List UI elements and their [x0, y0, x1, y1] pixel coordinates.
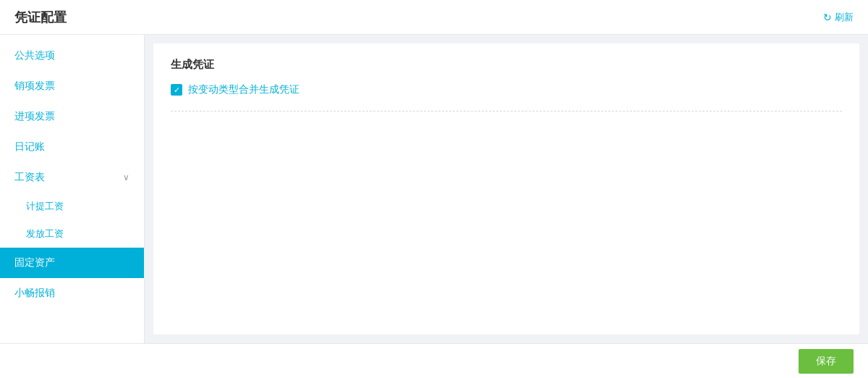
page-title: 凭证配置 [14, 9, 67, 26]
sidebar: 公共选项 销项发票 进项发票 日记账 工资表 ∨ 计提工资 发放工资 固定资 [0, 35, 145, 343]
sidebar-sub-item-label: 计提工资 [26, 201, 64, 211]
sidebar-item-label: 销项发票 [14, 80, 55, 93]
page-footer: 保存 [0, 343, 868, 378]
sidebar-item-label: 工资表 [14, 171, 45, 184]
save-button[interactable]: 保存 [799, 349, 854, 374]
sidebar-item-label: 日记账 [14, 140, 45, 154]
check-mark-icon: ✓ [174, 86, 180, 94]
page-wrapper: 凭证配置 ↻ 刷新 公共选项 销项发票 进项发票 日记账 工资表 ∨ [0, 0, 868, 378]
sidebar-sub-item-label: 发放工资 [26, 228, 64, 239]
merge-checkbox[interactable]: ✓ [171, 84, 182, 96]
section-title: 生成凭证 [171, 58, 842, 72]
sidebar-item-label: 进项发票 [14, 110, 55, 123]
sidebar-item-purchase-invoice[interactable]: 进项发票 [0, 101, 144, 132]
sidebar-item-label: 小畅报销 [14, 287, 55, 300]
checkbox-row: ✓ 按变动类型合并生成凭证 [171, 83, 842, 96]
sidebar-item-payroll-table[interactable]: 工资表 ∨ [0, 162, 144, 193]
sidebar-item-public-options[interactable]: 公共选项 [0, 41, 144, 71]
refresh-button[interactable]: ↻ 刷新 [823, 11, 854, 24]
sidebar-item-expense-claim[interactable]: 小畅报销 [0, 278, 144, 308]
checkbox-label[interactable]: 按变动类型合并生成凭证 [188, 83, 299, 96]
sidebar-item-sales-invoice[interactable]: 销项发票 [0, 71, 144, 101]
sidebar-item-journal[interactable]: 日记账 [0, 132, 144, 162]
section-divider [171, 111, 842, 112]
content-area: 公共选项 销项发票 进项发票 日记账 工资表 ∨ 计提工资 发放工资 固定资 [0, 35, 868, 343]
page-header: 凭证配置 ↻ 刷新 [0, 0, 868, 35]
sidebar-item-pay-salary[interactable]: 发放工资 [0, 220, 144, 248]
sidebar-item-fixed-assets[interactable]: 固定资产 [0, 248, 144, 278]
sidebar-item-calc-salary[interactable]: 计提工资 [0, 193, 144, 220]
sidebar-item-label: 公共选项 [14, 49, 55, 62]
refresh-icon: ↻ [823, 12, 832, 23]
chevron-down-icon: ∨ [123, 172, 129, 182]
main-panel: 生成凭证 ✓ 按变动类型合并生成凭证 [153, 43, 859, 335]
sidebar-item-label: 固定资产 [14, 256, 55, 269]
refresh-label: 刷新 [835, 11, 854, 24]
